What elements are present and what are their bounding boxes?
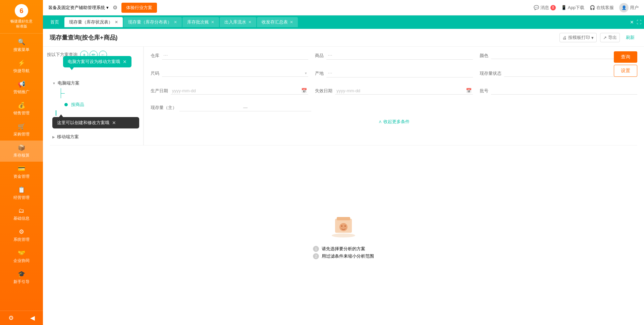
app-download-action[interactable]: 📱 App下载 [561, 5, 584, 11]
tree-arrow-icon: ▼ [52, 82, 56, 85]
sidebar-item-guide[interactable]: ⚡ 快捷导航 [0, 56, 43, 77]
color-label: 颜色 [480, 53, 488, 59]
sidebar-item-label: 新手引导 [13, 279, 30, 285]
expiry-date-label: 失效日期 [315, 88, 332, 94]
warehouse-dots: ··· [163, 52, 168, 58]
sidebar-item-search[interactable]: 🔍 搜索菜单 [0, 35, 43, 56]
tab-receive-summary-label: 收发存汇总表 [262, 19, 288, 25]
settings-bottom-icon[interactable]: ⚙ [8, 314, 14, 322]
phone-icon: 📱 [561, 5, 567, 10]
messages-action[interactable]: 💬 消息 8 [534, 5, 556, 11]
gear-settings-icon[interactable]: ⚙ [113, 4, 117, 11]
sidebar-item-base[interactable]: 🗂 基础信息 [0, 204, 43, 225]
tab-home[interactable]: 首页 [46, 17, 64, 27]
sidebar-item-collab[interactable]: 🤝 企业协同 [0, 246, 43, 267]
origin-label: 产地 [315, 70, 324, 76]
reset-button[interactable]: 设置 [614, 65, 637, 77]
sidebar-item-marketing[interactable]: 📢 营销推广 [0, 77, 43, 98]
user-profile-action[interactable]: 👤 用户 [619, 3, 639, 12]
sidebar: 6 畅捷通好生意 标准版 🔍 搜索菜单 ⚡ 快捷导航 📢 营销推广 💰 销售管理… [0, 0, 43, 325]
tab-in-out-flow[interactable]: 出入库流水 ✕ [220, 17, 256, 27]
close-receive-summary-icon[interactable]: ✕ [290, 20, 293, 24]
goods-control[interactable]: ··· [326, 51, 473, 60]
size-chevron-icon: ▾ [305, 71, 307, 75]
sidebar-item-finance[interactable]: 💳 资金管理 [0, 162, 43, 183]
goods-field: 商品 ··· [315, 51, 473, 60]
close-in-out-flow-icon[interactable]: ✕ [248, 20, 252, 24]
search-button[interactable]: 查询 [614, 51, 637, 63]
batch-no-control[interactable] [491, 87, 637, 95]
empty-illustration [328, 210, 359, 240]
tab-inventory-dist[interactable]: 现存量（库存分布表） ✕ [123, 17, 182, 27]
print-template-button[interactable]: 🖨 按模板打印 ▾ [559, 33, 597, 42]
sidebar-bottom: ⚙ ◀ [0, 311, 43, 325]
close-scheme-tooltip-icon[interactable]: ✕ [123, 59, 127, 64]
current-stock-min-input[interactable] [181, 105, 201, 110]
current-stock-control[interactable]: — [179, 104, 311, 111]
tab-bar: 首页 现存量（库存状况表） ✕ 现存量（库存分布表） ✕ 库存批次账 ✕ 出入库… [43, 15, 644, 29]
print-icon: 🖨 [562, 35, 567, 40]
tree-pc-scheme-child[interactable]: 按商品 [64, 100, 139, 109]
tip-2-num: 2 [313, 253, 319, 259]
production-date-calendar-icon[interactable]: 📅 [301, 88, 307, 93]
sidebar-item-purchase[interactable]: 🛒 采购管理 [0, 119, 43, 141]
tab-inventory-status[interactable]: 现存量（库存状况表） ✕ [64, 17, 123, 27]
base-icon: 🗂 [18, 207, 24, 214]
close-inventory-dist-icon[interactable]: ✕ [174, 20, 177, 24]
sidebar-item-newbie[interactable]: 🎓 新手引导 [0, 267, 43, 288]
batch-no-field: 批号 [480, 87, 637, 95]
svg-point-5 [344, 225, 346, 227]
search-icon: 🔍 [18, 38, 25, 46]
page-header: 现存量查询(按仓库+商品) 🖨 按模板打印 ▾ ↗ 导出 刷新 [43, 29, 644, 47]
sidebar-item-label: 快捷导航 [13, 68, 30, 74]
size-control[interactable]: ▾ [162, 70, 308, 77]
close-inventory-status-icon[interactable]: ✕ [115, 20, 118, 24]
sidebar-item-label: 库存核算 [13, 153, 30, 158]
mobile-tree-arrow-icon: ▶ [52, 135, 55, 139]
sidebar-item-system[interactable]: ⚙ 系统管理 [0, 225, 43, 246]
tab-inventory-dist-label: 现存量（库存分布表） [128, 19, 172, 25]
batch-no-input[interactable] [492, 88, 636, 93]
tab-receive-summary[interactable]: 收发存汇总表 ✕ [257, 17, 298, 27]
current-stock-field: 现存量（主） — [151, 104, 311, 111]
sidebar-item-operations[interactable]: 📋 经营管理 [0, 183, 43, 204]
tab-batch-ledger[interactable]: 库存批次账 ✕ [182, 17, 219, 27]
current-stock-max-input[interactable] [290, 105, 310, 110]
collapse-sidebar-icon[interactable]: ◀ [30, 314, 35, 322]
experience-button[interactable]: 体验行业方案 [121, 3, 157, 13]
sidebar-item-label: 资金管理 [13, 174, 30, 179]
sidebar-navigation: 🔍 搜索菜单 ⚡ 快捷导航 📢 营销推广 💰 销售管理 🛒 采购管理 📦 库存核… [0, 35, 43, 311]
tab-inventory-status-label: 现存量（库存状况表） [69, 19, 113, 25]
tree-child-label: 按商品 [71, 102, 84, 108]
sidebar-item-sales[interactable]: 💰 销售管理 [0, 98, 43, 119]
system-name-dropdown[interactable]: 装备及固定资产辅助管理系统 ▾ [48, 5, 109, 11]
production-date-control[interactable]: yyyy-mm-dd 📅 [171, 87, 308, 95]
expiry-date-calendar-icon[interactable]: 📅 [466, 88, 472, 93]
online-support-action[interactable]: 🎧 在线客服 [590, 5, 614, 11]
export-button[interactable]: ↗ 导出 [600, 33, 620, 42]
maximize-icon[interactable]: ⛶ [637, 19, 641, 25]
sales-icon: 💰 [18, 102, 25, 109]
close-batch-ledger-icon[interactable]: ✕ [211, 20, 214, 24]
operations-icon: 📋 [18, 186, 25, 194]
sidebar-item-label: 企业协同 [13, 258, 30, 264]
close-edit-tooltip-icon[interactable]: ✕ [112, 120, 116, 125]
expiry-date-control[interactable]: yyyy-mm-dd 📅 [335, 87, 473, 95]
collapse-bar[interactable]: ∧ 收起更多条件 [151, 116, 637, 127]
svg-point-3 [339, 223, 347, 231]
sidebar-item-label: 营销推广 [13, 89, 30, 95]
tree-mobile-scheme-label: 移动端方案 [57, 134, 79, 140]
empty-svg [328, 210, 359, 240]
svg-point-4 [341, 225, 342, 227]
origin-control[interactable]: ··· [326, 69, 473, 77]
svg-point-0 [332, 233, 355, 237]
warehouse-control[interactable]: ··· [162, 51, 308, 60]
close-all-tabs-icon[interactable]: ✕ [630, 19, 634, 25]
origin-dots: ··· [328, 70, 332, 76]
tree-pc-scheme[interactable]: ▼ 电脑端方案 [52, 79, 139, 88]
sidebar-item-inventory[interactable]: 📦 库存核算 [0, 141, 43, 162]
message-badge: 8 [550, 5, 556, 10]
tab-in-out-flow-label: 出入库流水 [224, 19, 246, 25]
refresh-button[interactable]: 刷新 [623, 33, 637, 42]
tree-mobile-scheme[interactable]: ▶ 移动端方案 [52, 132, 139, 141]
